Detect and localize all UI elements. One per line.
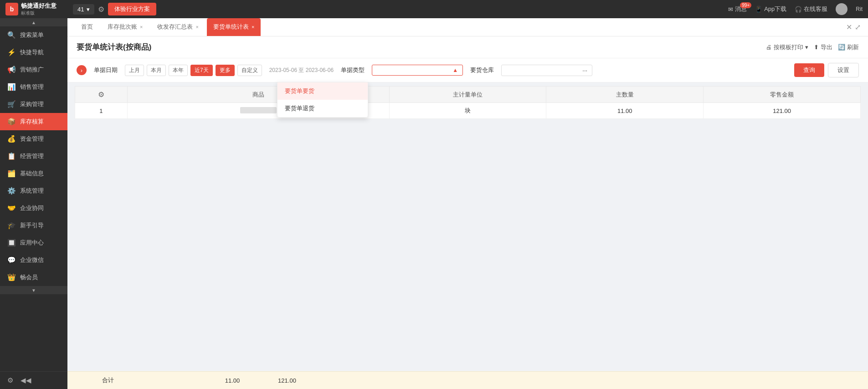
sidebar-scroll-down[interactable]: ▼ <box>0 286 67 294</box>
tab-receivables-close[interactable]: × <box>195 24 198 30</box>
table-settings-icon[interactable]: ⚙ <box>98 91 104 98</box>
sidebar-item-quick-nav[interactable]: ⚡ 快捷导航 <box>0 44 67 61</box>
warehouse-filter-more-icon: ··· <box>582 67 587 74</box>
app-sub: 标准版 <box>21 10 56 16</box>
row-unit: 块 <box>389 103 546 119</box>
sidebar-item-label: 营销推广 <box>20 66 44 74</box>
tab-home[interactable]: 首页 <box>75 18 99 36</box>
sidebar-item-search[interactable]: 🔍 搜索菜单 <box>0 26 67 44</box>
dropdown-item-return[interactable]: 要货单退货 <box>277 100 368 117</box>
inventory-icon: 📦 <box>7 118 15 126</box>
date-btn-this-year[interactable]: 本年 <box>169 65 188 76</box>
user-avatar[interactable] <box>836 3 847 15</box>
type-filter-label: 单据类型 <box>341 66 365 74</box>
industry-btn[interactable]: 体验行业方案 <box>108 3 156 15</box>
guide-icon: 🎓 <box>7 221 15 230</box>
date-btn-this-month[interactable]: 本月 <box>147 65 166 76</box>
sidebar-item-sales[interactable]: 📊 销售管理 <box>0 78 67 96</box>
finance-icon: 💰 <box>7 135 15 143</box>
date-btn-more[interactable]: 更多 <box>216 65 235 76</box>
date-filter-label: 单据日期 <box>94 66 118 74</box>
tab-receivables-label: 收发存汇总表 <box>157 23 193 31</box>
sidebar-item-finance[interactable]: 💰 资金管理 <box>0 130 67 148</box>
page-content: 要货单统计表(按商品) 🖨 按模板打印 ▾ ⬆ 导出 🔄 刷新 <box>67 36 868 389</box>
sidebar-item-label: 资金管理 <box>20 135 44 143</box>
row-index: 1 <box>75 103 128 119</box>
print-btn[interactable]: 🖨 按模板打印 ▾ <box>766 43 808 51</box>
table-row: 1 块 11.00 121.00 <box>75 103 861 119</box>
refresh-label: 刷新 <box>847 43 859 51</box>
filter-collapse-btn[interactable]: › <box>77 65 87 75</box>
tab-inventory-batch[interactable]: 库存批次账 × <box>101 18 149 36</box>
store-name: 41 <box>77 6 84 13</box>
export-icon: ⬆ <box>814 44 819 51</box>
enterprise-icon: 🤝 <box>7 204 15 212</box>
date-btn-7days[interactable]: 近7天 <box>190 65 213 76</box>
sidebar-item-label: 搜索菜单 <box>20 31 44 39</box>
sales-icon: 📊 <box>7 83 15 91</box>
tab-order-stats-close[interactable]: × <box>252 24 254 30</box>
sidebar-item-label: 系统管理 <box>20 187 44 195</box>
bottom-settings-icon[interactable]: ⚙ <box>7 376 13 384</box>
filter-bar: › 单据日期 上月 本月 本年 近7天 更多 自定义 2023-05-06 至 … <box>67 58 868 82</box>
tab-close-all-btn[interactable]: ✕ <box>846 23 852 31</box>
sidebar-scroll-up[interactable]: ▲ <box>0 18 67 26</box>
sidebar-item-label: 快捷导航 <box>20 48 44 56</box>
sidebar-item-marketing[interactable]: 📢 营销推广 <box>0 61 67 78</box>
date-btn-custom[interactable]: 自定义 <box>237 65 262 76</box>
type-dropdown: 要货单要货 要货单退货 <box>277 82 368 118</box>
phone-icon: 📱 <box>755 6 762 13</box>
sidebar-item-wechat[interactable]: 💬 企业微信 <box>0 251 67 269</box>
logo-icon: b <box>5 3 18 15</box>
warehouse-filter-label: 要货仓库 <box>470 66 494 74</box>
tab-receivables[interactable]: 收发存汇总表 × <box>151 18 205 36</box>
marketing-icon: 📢 <box>7 66 15 74</box>
refresh-btn[interactable]: 🔄 刷新 <box>838 43 859 51</box>
sidebar-item-purchase[interactable]: 🛒 采购管理 <box>0 96 67 113</box>
app-download-btn[interactable]: 📱 App下载 <box>755 5 786 13</box>
sidebar-item-label: 采购管理 <box>20 100 44 108</box>
sidebar-item-members[interactable]: 👑 畅会员 <box>0 269 67 286</box>
date-btn-last-month[interactable]: 上月 <box>125 65 144 76</box>
footer-amount: 121.00 <box>260 377 314 384</box>
store-dropdown-icon: ▾ <box>87 6 90 13</box>
bottom-collapse-icon[interactable]: ◀◀ <box>21 376 31 384</box>
sidebar-item-guide[interactable]: 🎓 新手引导 <box>0 217 67 234</box>
type-filter-select[interactable]: ▲ <box>372 65 463 76</box>
query-btn[interactable]: 查询 <box>794 63 824 77</box>
tab-inventory-batch-close[interactable]: × <box>140 24 143 30</box>
search-icon: 🔍 <box>7 31 15 39</box>
export-btn[interactable]: ⬆ 导出 <box>814 43 832 51</box>
sidebar-item-enterprise[interactable]: 🤝 企业协同 <box>0 200 67 217</box>
app-name: 畅捷通好生意 <box>21 2 56 10</box>
settings-btn[interactable]: 设置 <box>828 63 859 77</box>
online-service-btn[interactable]: 🎧 在线客服 <box>795 5 827 13</box>
footer-label: 合计 <box>102 376 114 384</box>
tab-expand-btns: ✕ ⤢ <box>846 23 861 31</box>
col-unit-header: 主计量单位 <box>389 87 546 103</box>
basics-icon: 🗂️ <box>7 169 15 178</box>
headset-icon: 🎧 <box>795 6 802 13</box>
sidebar-item-apps[interactable]: 🔲 应用中心 <box>0 234 67 251</box>
store-selector[interactable]: 41 ▾ <box>73 4 94 15</box>
tab-fullscreen-btn[interactable]: ⤢ <box>855 23 861 31</box>
col-settings-header: ⚙ <box>75 87 128 103</box>
page-actions: 🖨 按模板打印 ▾ ⬆ 导出 🔄 刷新 <box>766 43 859 51</box>
sidebar-item-inventory[interactable]: 📦 库存核算 <box>0 113 67 130</box>
dropdown-item-requisition[interactable]: 要货单要货 <box>277 82 368 100</box>
tab-order-stats[interactable]: 要货单统计表 × <box>207 18 261 36</box>
members-icon: 👑 <box>7 273 15 282</box>
purchase-icon: 🛒 <box>7 100 15 108</box>
top-header-center: 41 ▾ ⚙ 体验行业方案 <box>73 3 728 15</box>
sidebar-item-operations[interactable]: 📋 经营管理 <box>0 148 67 165</box>
row-qty: 11.00 <box>546 103 704 119</box>
messages-btn[interactable]: ✉ 消息 99+ <box>728 5 747 13</box>
system-icon: ⚙️ <box>7 187 15 195</box>
sidebar-item-label: 库存核算 <box>20 118 44 126</box>
sidebar-item-system[interactable]: ⚙️ 系统管理 <box>0 182 67 200</box>
settings-icon[interactable]: ⚙ <box>98 5 104 14</box>
sidebar-bottom: ⚙ ◀◀ <box>0 371 67 389</box>
warehouse-filter-select[interactable]: ··· <box>501 65 592 76</box>
sidebar-item-basics[interactable]: 🗂️ 基础信息 <box>0 165 67 182</box>
print-icon: 🖨 <box>766 44 772 51</box>
